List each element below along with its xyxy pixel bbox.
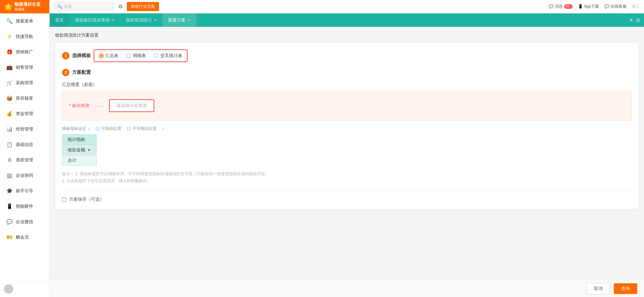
tip2: 2. 点击标题栏下拉可设置排序、插入列和删除列 <box>62 178 632 184</box>
member-icon: 🎫 <box>6 234 12 240</box>
save-checkbox[interactable] <box>62 197 66 202</box>
radio-option-summary[interactable]: 汇总表 <box>99 53 118 59</box>
amount-label: 收款金额 <box>68 147 85 153</box>
tab-label-receipt-stat: 收款情况统计 <box>126 17 152 23</box>
sidebar-label-basic-info: 基础信息 <box>16 142 33 148</box>
search-bar[interactable]: 🔍 搜索 <box>54 2 114 11</box>
sidebar-item-marketing[interactable]: 🎁营销推广 <box>0 44 49 60</box>
operation-icon: 📊 <box>6 126 12 132</box>
search-menu-icon: 🔍 <box>6 18 12 24</box>
sidebar-item-operation[interactable]: 📊经营管理 <box>0 121 49 137</box>
tip1: 提示： 1. 拖动标题栏可以调整布局，不可跨维度或指标区域拖动栏目字段（只能在同… <box>62 171 632 177</box>
logo-text: 畅捷通好生意 <box>14 2 41 7</box>
service-label: 在线客服 <box>610 4 627 9</box>
dimension-section-title: 汇总维度（必选） <box>62 82 632 88</box>
search-icon: 🔍 <box>57 4 62 9</box>
sidebar-item-corp-wechat[interactable]: 💬企业微信 <box>0 214 49 230</box>
sidebar-item-basic-info[interactable]: 📋基础信息 <box>0 137 49 152</box>
tab-new-plan[interactable]: 新建方案✕ <box>163 13 196 27</box>
page-title: 收款情况统计方案设置 <box>55 32 639 38</box>
sidebar-item-member[interactable]: 🎫畅会员 <box>0 230 49 245</box>
radio-option-detail[interactable]: 明细表 <box>126 53 146 59</box>
footer: 取消 查询 <box>50 280 644 297</box>
radio-dot-summary <box>99 53 104 58</box>
basic-info-icon: 📋 <box>6 142 12 148</box>
sidebar-item-search-menu[interactable]: 🔍搜索菜单 <box>0 13 49 29</box>
user-name[interactable]: 张三 <box>632 4 640 9</box>
download-label: App下载 <box>584 4 599 9</box>
sidebar-label-corp-wechat: 企业微信 <box>16 219 33 225</box>
indicator-legend: 模板指标设定（ 可拖动位置 不可拖动位置 ） <box>62 126 632 132</box>
message-label: 消息 <box>555 4 563 9</box>
app-download-button[interactable]: 📱 App下载 <box>578 4 599 9</box>
sidebar-item-corp-coop[interactable]: 🏢企业协同 <box>0 168 49 183</box>
sys-manage-icon: ⚙ <box>6 157 12 163</box>
radio-dot-detail <box>126 53 131 58</box>
radio-label-summary: 汇总表 <box>105 53 118 59</box>
dimension-select[interactable]: 请选择分组维度 <box>109 99 154 112</box>
sales-icon: 💼 <box>6 64 12 70</box>
stat-header[interactable]: 统计指标 <box>62 135 96 145</box>
dimension-arrow: —— <box>95 103 104 108</box>
sidebar-label-marketing: 营销推广 <box>16 49 33 55</box>
stat-header-text: 统计指标 <box>68 137 85 143</box>
marketing-icon: 🎁 <box>6 49 12 55</box>
corp-coop-icon: 🏢 <box>6 172 12 179</box>
quick-nav-icon: ⚡ <box>6 34 12 40</box>
radio-label-cross: 交叉统计表 <box>160 53 182 59</box>
sidebar-item-sys-manage[interactable]: ⚙系统管理 <box>0 152 49 168</box>
fixed-text: 不可拖动位置 <box>132 126 157 132</box>
search-placeholder-text: 搜索 <box>64 4 72 9</box>
amount-row[interactable]: 收款金额 ▼ <box>62 145 96 155</box>
save-label: 方案保存（可选） <box>69 196 104 202</box>
tab-receipt-stat[interactable]: 收款情况统计✕ <box>120 13 163 27</box>
sidebar-item-inventory[interactable]: 📦库存核算 <box>0 91 49 106</box>
maximize-icon[interactable]: ⊡ <box>636 17 640 23</box>
online-service-button[interactable]: 💬 在线客服 <box>604 4 627 9</box>
dimension-area: * 纵向维度 —— 请选择分组维度 <box>62 91 632 120</box>
step1-header: 1 选择模板 汇总表明细表交叉统计表 <box>62 49 632 62</box>
tab-bank-flow[interactable]: 现金银行流水查询✕ <box>69 13 120 27</box>
industry-plan-button[interactable]: 体验行业方案 <box>127 2 159 11</box>
avatar <box>4 284 13 294</box>
sidebar-label-inventory: 库存核算 <box>16 95 33 101</box>
radio-option-cross[interactable]: 交叉统计表 <box>154 53 182 59</box>
tab-home[interactable]: 首页 <box>50 13 69 27</box>
indicator-label: 模板指标设定（ <box>62 126 90 132</box>
sidebar-items: 🔍搜索菜单⚡快捷导航🎁营销推广💼销售管理🛒采购管理📦库存核算💰资金管理📊经营管理… <box>0 13 49 245</box>
close-paren: ） <box>162 126 166 132</box>
row-dimension-label: * 纵向维度 <box>69 103 90 109</box>
inventory-icon: 📦 <box>6 95 12 101</box>
tab-close-bank-flow[interactable]: ✕ <box>112 18 115 22</box>
sidebar-item-smart-hw[interactable]: 📱智能硬件 <box>0 199 49 214</box>
smart-hw-icon: 📱 <box>6 203 12 209</box>
tabs-bar: 首页现金银行流水查询✕收款情况统计✕新建方案✕ ✕ ⊡ <box>50 13 644 27</box>
newbie-icon: 🎓 <box>6 188 12 194</box>
tips-section: 提示： 1. 拖动标题栏可以调整布局，不可跨维度或指标区域拖动栏目字段（只能在同… <box>62 171 632 184</box>
topbar-right: 💬 消息 99+ 📱 App下载 💬 在线客服 张三 <box>549 4 640 9</box>
message-badge: 99+ <box>564 4 573 9</box>
gear-icon[interactable]: ⚙ <box>117 3 124 10</box>
step2-header: 2 方案配置 <box>62 69 632 76</box>
save-row: 方案保存（可选） <box>62 191 632 202</box>
indicator-section: 模板指标设定（ 可拖动位置 不可拖动位置 ） <box>62 126 632 166</box>
tab-close-new-plan[interactable]: ✕ <box>187 18 191 22</box>
purchase-icon: 🛒 <box>6 80 12 86</box>
sidebar-item-newbie[interactable]: 🎓新手引导 <box>0 183 49 199</box>
sidebar-item-purchase[interactable]: 🛒采购管理 <box>0 75 49 91</box>
tab-close-receipt-stat[interactable]: ✕ <box>154 18 157 22</box>
indicator-table: 统计指标 收款金额 ▼ 合计 <box>62 134 97 166</box>
query-button[interactable]: 查询 <box>614 283 637 294</box>
cancel-button[interactable]: 取消 <box>586 283 610 294</box>
close-tab-icon[interactable]: ✕ <box>629 17 633 23</box>
sidebar-item-finance[interactable]: 💰资金管理 <box>0 106 49 121</box>
message-button[interactable]: 💬 消息 99+ <box>549 4 573 9</box>
sidebar-item-quick-nav[interactable]: ⚡快捷导航 <box>0 29 49 44</box>
draggable-legend: 可拖动位置 <box>96 126 121 132</box>
step2-badge: 2 <box>62 69 69 76</box>
sidebar-label-sales: 销售管理 <box>16 64 33 70</box>
topbar: 🔍 搜索 ⚙ 体验行业方案 💬 消息 99+ 📱 App下载 💬 在线客服 张三 <box>50 0 644 13</box>
step2-section: 2 方案配置 汇总维度（必选） * 纵向维度 —— 请选择分组维度 模板指标设定… <box>62 69 632 184</box>
sidebar-item-sales[interactable]: 💼销售管理 <box>0 60 49 75</box>
sidebar: 🌟 畅捷通好生意 标准版 🔍搜索菜单⚡快捷导航🎁营销推广💼销售管理🛒采购管理📦库… <box>0 0 50 297</box>
